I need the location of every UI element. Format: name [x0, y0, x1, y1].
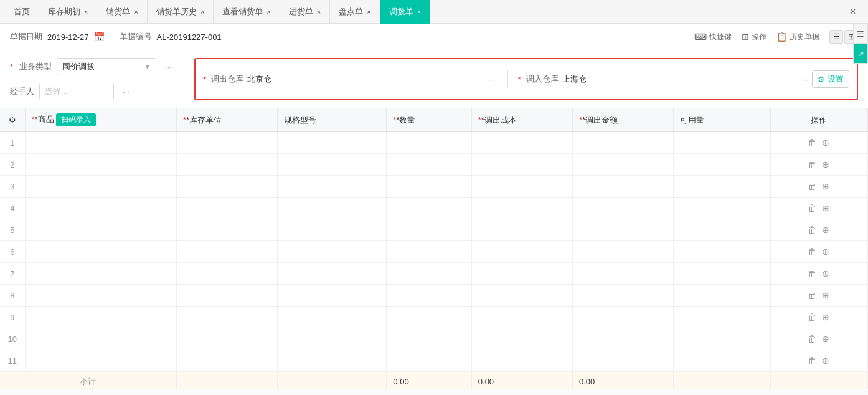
delete-row-button[interactable]: 🗑 — [805, 310, 819, 324]
person-more-button[interactable]: ··· — [119, 86, 133, 98]
copy-row-button[interactable]: ⊕ — [819, 267, 833, 280]
qty-cell[interactable] — [387, 154, 471, 176]
product-cell[interactable] — [25, 198, 176, 219]
amount-cell[interactable] — [572, 307, 673, 328]
cost-cell[interactable] — [471, 198, 572, 219]
cost-cell[interactable] — [471, 328, 572, 350]
product-cell[interactable] — [25, 241, 176, 263]
tab-inventory-init[interactable]: 库存期初 × — [39, 0, 97, 24]
delete-row-button[interactable]: 🗑 — [805, 223, 819, 237]
delete-row-button[interactable]: 🗑 — [805, 288, 819, 302]
amount-cell[interactable] — [572, 241, 673, 263]
scan-entry-button[interactable]: 扫码录入 — [56, 113, 96, 126]
delete-row-button[interactable]: 🗑 — [805, 179, 819, 193]
copy-row-button[interactable]: ⊕ — [819, 245, 833, 259]
cost-cell[interactable] — [471, 219, 572, 241]
layout-list-button[interactable]: ☰ — [829, 30, 843, 44]
copy-row-button[interactable]: ⊕ — [819, 354, 833, 368]
cost-cell[interactable] — [471, 132, 572, 154]
cost-cell[interactable] — [471, 241, 572, 263]
history-button[interactable]: 📋 历史单据 — [776, 32, 819, 42]
amount-cell[interactable] — [572, 176, 673, 198]
window-close-button[interactable]: × — [843, 2, 863, 22]
product-cell[interactable] — [25, 285, 176, 307]
qty-cell[interactable] — [387, 198, 471, 219]
amount-cell[interactable] — [572, 154, 673, 176]
copy-row-button[interactable]: ⊕ — [819, 223, 833, 237]
close-icon[interactable]: × — [417, 8, 421, 16]
business-type-more-button[interactable]: ··· — [161, 61, 176, 73]
qty-cell[interactable] — [387, 132, 471, 154]
product-cell[interactable] — [25, 219, 176, 241]
product-cell[interactable] — [25, 350, 176, 372]
delete-row-button[interactable]: 🗑 — [805, 354, 819, 368]
tab-inventory-check[interactable]: 盘点单 × — [330, 0, 380, 24]
cost-cell[interactable] — [471, 154, 572, 176]
operations-button[interactable]: ⊞ 操作 — [742, 32, 767, 42]
close-icon[interactable]: × — [367, 8, 370, 16]
side-panel-list-button[interactable]: ☰ — [853, 24, 868, 44]
delete-row-button[interactable]: 🗑 — [805, 332, 819, 346]
product-cell[interactable] — [25, 154, 176, 176]
amount-cell[interactable] — [572, 285, 673, 307]
product-cell[interactable] — [25, 176, 176, 198]
copy-row-button[interactable]: ⊕ — [819, 201, 833, 215]
calendar-icon[interactable]: 📅 — [94, 32, 105, 42]
in-warehouse-more-button[interactable]: ··· — [798, 74, 812, 85]
amount-cell[interactable] — [572, 350, 673, 372]
tab-purchase-order[interactable]: 进货单 × — [280, 0, 330, 24]
qty-cell[interactable] — [387, 307, 471, 328]
product-cell[interactable] — [25, 307, 176, 328]
cost-cell[interactable] — [471, 307, 572, 328]
qty-cell[interactable] — [387, 263, 471, 285]
tab-home[interactable]: 首页 — [5, 0, 39, 24]
close-icon[interactable]: × — [317, 8, 321, 16]
amount-cell[interactable] — [572, 132, 673, 154]
qty-cell[interactable] — [387, 241, 471, 263]
amount-cell[interactable] — [572, 219, 673, 241]
tab-sales-history[interactable]: 销货单历史 × — [148, 0, 214, 24]
tab-view-sales[interactable]: 查看销货单 × — [214, 0, 280, 24]
product-cell[interactable] — [25, 328, 176, 350]
amount-cell[interactable] — [572, 328, 673, 350]
delete-row-button[interactable]: 🗑 — [805, 201, 819, 215]
delete-row-button[interactable]: 🗑 — [805, 136, 819, 150]
cost-cell[interactable] — [471, 176, 572, 198]
amount-cell[interactable] — [572, 263, 673, 285]
qty-cell[interactable] — [387, 219, 471, 241]
shortcut-button[interactable]: ⌨ 快捷键 — [694, 32, 732, 42]
tab-transfer-order[interactable]: 调拨单 × — [380, 0, 430, 24]
close-icon[interactable]: × — [134, 8, 138, 16]
person-select[interactable]: 选择... — [39, 83, 114, 100]
qty-cell[interactable] — [387, 328, 471, 350]
th-settings[interactable]: ⚙ — [0, 108, 25, 132]
cost-cell[interactable] — [471, 285, 572, 307]
qty-cell[interactable] — [387, 176, 471, 198]
copy-row-button[interactable]: ⊕ — [819, 310, 833, 324]
qty-cell[interactable] — [387, 285, 471, 307]
close-icon[interactable]: × — [267, 8, 270, 16]
amount-cell[interactable] — [572, 198, 673, 219]
out-warehouse-more-button[interactable]: ··· — [483, 74, 498, 85]
product-cell[interactable] — [25, 263, 176, 285]
close-icon[interactable]: × — [200, 8, 204, 16]
delete-row-button[interactable]: 🗑 — [805, 158, 819, 171]
close-icon[interactable]: × — [84, 8, 88, 16]
copy-row-button[interactable]: ⊕ — [819, 158, 833, 171]
row-no: 6 — [0, 241, 25, 263]
horizontal-scrollbar[interactable] — [0, 389, 868, 395]
side-panel-export-button[interactable]: ↗ — [853, 44, 868, 64]
product-cell[interactable] — [25, 132, 176, 154]
cost-cell[interactable] — [471, 263, 572, 285]
tab-sales-order[interactable]: 销货单 × — [97, 0, 147, 24]
delete-row-button[interactable]: 🗑 — [805, 245, 819, 259]
business-type-select[interactable]: 同价调拨 ▼ — [57, 58, 156, 75]
copy-row-button[interactable]: ⊕ — [819, 136, 833, 150]
copy-row-button[interactable]: ⊕ — [819, 179, 833, 193]
copy-row-button[interactable]: ⊕ — [819, 288, 833, 302]
cost-cell[interactable] — [471, 350, 572, 372]
delete-row-button[interactable]: 🗑 — [805, 267, 819, 280]
qty-cell[interactable] — [387, 350, 471, 372]
copy-row-button[interactable]: ⊕ — [819, 332, 833, 346]
settings-button[interactable]: ⚙ 设置 — [812, 70, 849, 88]
